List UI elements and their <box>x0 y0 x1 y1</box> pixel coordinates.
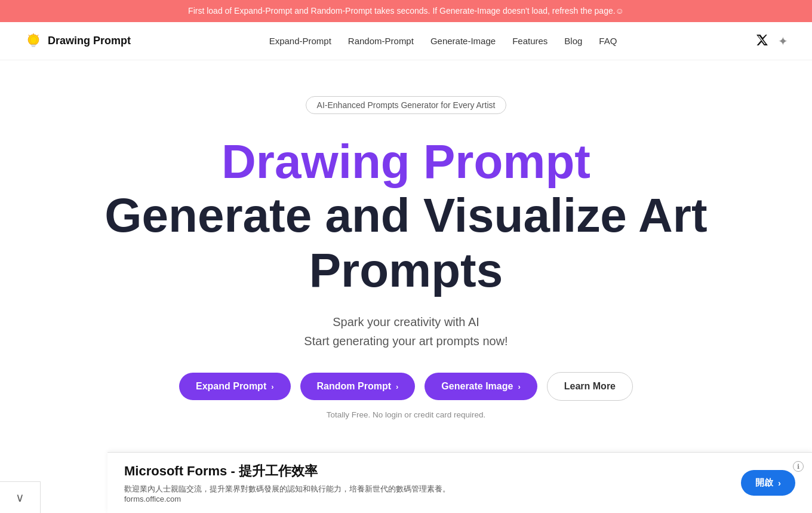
ad-info-icon[interactable]: ℹ <box>793 461 804 472</box>
generate-image-button[interactable]: Generate Image › <box>425 373 537 400</box>
theme-toggle[interactable]: ✦ <box>778 34 788 48</box>
free-note: Totally Free. No login or credit card re… <box>327 410 485 419</box>
generate-image-chevron: › <box>518 382 520 391</box>
hero-subtitle: Spark your creativity with AI Start gene… <box>304 312 508 351</box>
hero-title-dark-line1: Generate and Visualize Art <box>104 188 707 243</box>
ad-banner: Microsoft Forms - 提升工作效率 歡迎業內人士親臨交流，提升業界… <box>107 452 812 513</box>
nav-random-prompt[interactable]: Random-Prompt <box>348 36 414 46</box>
nav-right: ✦ <box>755 33 788 49</box>
nav-faq[interactable]: FAQ <box>599 36 617 46</box>
ad-content: Microsoft Forms - 提升工作效率 歡迎業內人士親臨交流，提升業界… <box>124 462 722 503</box>
random-prompt-button[interactable]: Random Prompt › <box>300 373 416 400</box>
hero-buttons: Expand Prompt › Random Prompt › Generate… <box>179 372 633 401</box>
drawer-hint[interactable]: ∨ <box>0 481 41 513</box>
nav-logo-text: Drawing Prompt <box>48 35 131 47</box>
twitter-link[interactable] <box>755 33 768 49</box>
svg-line-3 <box>37 35 38 36</box>
random-prompt-chevron: › <box>396 382 398 391</box>
nav-features[interactable]: Features <box>512 36 548 46</box>
ad-desc: 歡迎業內人士親臨交流，提升業界對數碼發展的認知和執行能力，培養新世代的數碼管理素… <box>124 484 470 503</box>
expand-prompt-button[interactable]: Expand Prompt › <box>179 373 291 400</box>
hero-title-dark-line2: Prompts <box>104 243 707 298</box>
ad-cta-chevron: › <box>778 478 781 488</box>
hero-subtitle-line1: Spark your creativity with AI <box>304 312 508 331</box>
hero-section: AI-Enhanced Prompts Generator for Every … <box>0 60 812 443</box>
nav-blog[interactable]: Blog <box>564 36 582 46</box>
nav-expand-prompt[interactable]: Expand-Prompt <box>269 36 331 46</box>
hero-badge: AI-Enhanced Prompts Generator for Every … <box>306 96 507 114</box>
ad-cta-label: 開啟 <box>755 477 773 489</box>
ad-title: Microsoft Forms - 提升工作效率 <box>124 462 722 480</box>
navbar: Drawing Prompt Expand-Prompt Random-Prom… <box>0 22 812 60</box>
lightbulb-icon <box>24 32 43 51</box>
learn-more-button[interactable]: Learn More <box>547 372 633 401</box>
svg-line-2 <box>29 35 30 36</box>
ad-cta-button[interactable]: 開啟 › <box>741 470 795 496</box>
nav-generate-image[interactable]: Generate-Image <box>430 36 496 46</box>
expand-prompt-chevron: › <box>271 382 273 391</box>
hero-subtitle-line2: Start generating your art prompts now! <box>304 331 508 351</box>
hero-title: Drawing Prompt Generate and Visualize Ar… <box>104 136 707 298</box>
drawer-chevron-icon: ∨ <box>16 490 24 505</box>
hero-title-purple: Drawing Prompt <box>104 136 707 188</box>
nav-links: Expand-Prompt Random-Prompt Generate-Ima… <box>269 36 617 47</box>
nav-logo[interactable]: Drawing Prompt <box>24 32 131 51</box>
banner-text: First load of Expand-Prompt and Random-P… <box>188 6 624 16</box>
x-twitter-icon <box>755 33 768 47</box>
top-banner: First load of Expand-Prompt and Random-P… <box>0 0 812 22</box>
